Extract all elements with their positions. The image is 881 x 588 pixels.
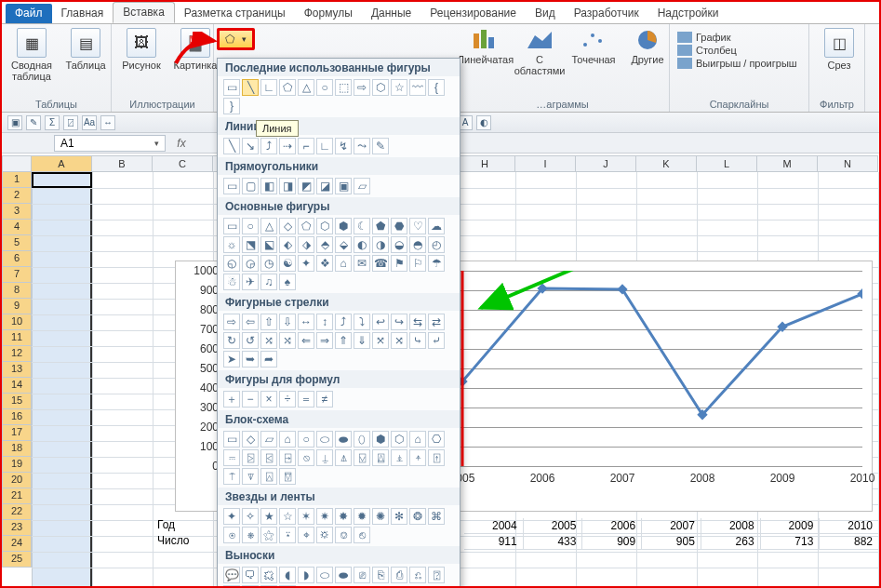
shape-option[interactable]: ⍍ — [372, 449, 389, 466]
shape-option[interactable]: ⬬ — [335, 431, 352, 448]
shape-option[interactable]: ╲ — [242, 79, 259, 96]
shape-option[interactable]: ↩ — [372, 314, 389, 330]
col-header[interactable]: A — [32, 155, 92, 172]
shape-option[interactable]: ◴ — [428, 236, 445, 253]
qat-icon[interactable]: ↔ — [100, 115, 115, 130]
shape-option[interactable]: ➥ — [242, 351, 259, 368]
row-header[interactable]: 22 — [2, 504, 32, 520]
tab-addins[interactable]: Надстройки — [648, 4, 728, 23]
shape-option[interactable]: ⇑ — [335, 332, 352, 349]
row-header[interactable]: 2 — [2, 188, 32, 204]
shape-option[interactable]: ⤮ — [260, 332, 277, 349]
shape-option[interactable]: ⍓ — [260, 468, 277, 485]
shape-option[interactable]: 🗯 — [260, 567, 277, 583]
shape-option[interactable]: ✹ — [354, 508, 370, 525]
shape-option[interactable]: ☃ — [223, 274, 240, 290]
row-header[interactable]: 11 — [2, 330, 32, 346]
shape-option[interactable]: ♠ — [279, 274, 296, 290]
shape-option[interactable]: ○ — [298, 431, 314, 448]
shape-option[interactable]: ⬟ — [372, 218, 389, 234]
shape-option[interactable]: ⎋ — [354, 527, 370, 543]
tab-developer[interactable]: Разработчик — [565, 4, 648, 23]
shape-option[interactable]: ★ — [260, 508, 277, 525]
shape-option[interactable]: ⎘ — [372, 567, 389, 583]
shape-option[interactable]: ⚐ — [409, 255, 426, 272]
shape-option[interactable]: ✎ — [372, 138, 389, 154]
shape-option[interactable]: ▱ — [354, 178, 370, 194]
shape-option[interactable]: ⚝ — [260, 527, 277, 543]
shape-option[interactable]: △ — [260, 218, 277, 234]
shape-option[interactable]: ⍎ — [391, 449, 407, 466]
shape-option[interactable]: ⌂ — [409, 431, 426, 448]
shape-option[interactable]: ⎔ — [428, 431, 445, 448]
shape-option[interactable]: ◧ — [260, 178, 277, 194]
shape-option[interactable]: ⍄ — [242, 449, 259, 466]
shape-option[interactable]: ⬣ — [391, 218, 407, 234]
shape-option[interactable]: ⇓ — [354, 332, 370, 349]
shape-option[interactable]: ⬙ — [335, 236, 352, 253]
clipart-button[interactable]: 🎴Картинка — [173, 28, 218, 71]
shape-option[interactable]: ⬢ — [372, 431, 389, 448]
shape-option[interactable]: ☆ — [279, 508, 296, 525]
shape-option[interactable]: ☁ — [428, 218, 445, 234]
shape-option[interactable]: ↔ — [298, 314, 314, 330]
shape-option[interactable]: ◑ — [372, 236, 389, 253]
shape-option[interactable]: ◖ — [279, 567, 296, 583]
sparkline-line-button[interactable]: График — [677, 32, 801, 43]
shape-option[interactable]: ⍟ — [223, 527, 240, 543]
shape-option[interactable]: ⎓ — [223, 449, 240, 466]
area-chart-button[interactable]: С областями — [517, 28, 562, 76]
shape-option[interactable]: 💬 — [223, 567, 240, 583]
tab-insert[interactable]: Вставка — [113, 2, 175, 23]
tab-formulas[interactable]: Формулы — [295, 4, 362, 23]
shape-option[interactable]: ↪ — [391, 314, 407, 330]
other-charts-button[interactable]: Другие — [625, 28, 670, 65]
shape-option[interactable]: ⬠ — [279, 79, 296, 96]
shape-option[interactable]: ○ — [242, 218, 259, 234]
shape-option[interactable]: ⇢ — [279, 138, 296, 154]
shape-option[interactable]: ⤷ — [409, 332, 426, 349]
shape-option[interactable]: ◷ — [260, 255, 277, 272]
shape-option[interactable]: ≠ — [316, 391, 333, 408]
cell[interactable]: 2008 — [701, 518, 761, 534]
row-header[interactable]: 1 — [2, 172, 32, 188]
shape-option[interactable]: ◓ — [409, 236, 426, 253]
shape-option[interactable]: ⍃ — [260, 449, 277, 466]
active-cell[interactable] — [32, 172, 92, 188]
shape-option[interactable]: ✺ — [372, 508, 389, 525]
shape-option[interactable]: − — [242, 391, 259, 408]
cell[interactable]: 2004 — [464, 518, 524, 534]
shape-option[interactable]: ☎ — [372, 255, 389, 272]
shape-option[interactable]: ⚑ — [391, 255, 407, 272]
col-header[interactable]: I — [515, 155, 576, 172]
shape-option[interactable]: ✸ — [335, 508, 352, 525]
qat-icon[interactable]: ⍁ — [63, 115, 78, 130]
pivot-table-button[interactable]: ▦Сводная таблица — [9, 28, 54, 82]
shape-option[interactable]: ↯ — [335, 138, 352, 154]
shape-option[interactable]: ▭ — [223, 218, 240, 234]
shape-option[interactable]: ⛭ — [316, 527, 333, 543]
shape-option[interactable]: ◗ — [298, 567, 314, 583]
shape-option[interactable]: ◩ — [298, 178, 314, 194]
row-header[interactable]: 20 — [2, 473, 32, 488]
shape-option[interactable]: ✈ — [242, 274, 259, 290]
col-header[interactable]: M — [757, 155, 818, 172]
shape-option[interactable]: ⬘ — [316, 236, 333, 253]
shape-option[interactable]: ✧ — [242, 508, 259, 525]
fx-icon[interactable]: fx — [173, 137, 190, 150]
shape-option[interactable]: ✉ — [354, 255, 370, 272]
cell[interactable]: 905 — [642, 534, 701, 550]
shape-option[interactable]: ⍈ — [279, 449, 296, 466]
shape-option[interactable]: ☆ — [391, 79, 407, 96]
shape-option[interactable]: ⬚ — [335, 79, 352, 96]
shape-option[interactable]: ⇨ — [354, 79, 370, 96]
shape-option[interactable]: ⍑ — [223, 468, 240, 485]
shape-option[interactable]: ⇄ — [428, 314, 445, 330]
row-header[interactable]: 10 — [2, 314, 32, 330]
shape-option[interactable]: ◵ — [223, 255, 240, 272]
shape-option[interactable]: ⤳ — [354, 138, 370, 154]
select-all-corner[interactable] — [2, 155, 32, 172]
col-header[interactable]: L — [697, 155, 757, 172]
shape-option[interactable]: ✻ — [391, 508, 407, 525]
row-header[interactable]: 16 — [2, 409, 32, 425]
